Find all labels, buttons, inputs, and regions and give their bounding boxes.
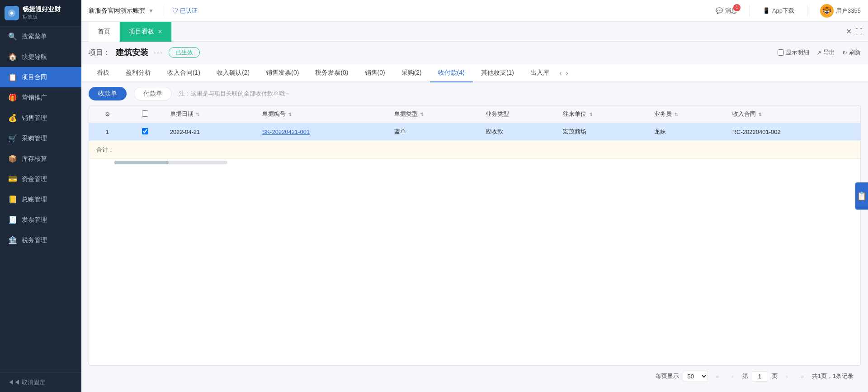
sidebar-item-marketing[interactable]: 🎁 营销推广	[0, 87, 81, 108]
tab-home[interactable]: 首页	[89, 22, 120, 42]
sidebar-item-inventory[interactable]: 📦 库存核算	[0, 148, 81, 169]
inner-tab-note: 注：这里是与项目关联的全部收付款单哦～	[179, 90, 291, 98]
sub-tab-kanban-label: 看板	[97, 69, 109, 76]
sidebar-item-funds[interactable]: 💳 资金管理	[0, 169, 81, 189]
table-total-row: 合计：	[89, 141, 860, 158]
show-detail-checkbox[interactable]	[778, 49, 784, 56]
first-page-button[interactable]: «	[712, 370, 723, 382]
last-page-button[interactable]: »	[797, 370, 808, 382]
sidebar: 畅捷通好业财 标准版 🔍 搜索菜单 🏠 快捷导航 📋 项目合同 🎁 营销推广 💰…	[0, 0, 81, 392]
certified-label: 已认证	[180, 7, 198, 15]
right-panel-toggle[interactable]: 📋	[855, 182, 868, 210]
type-column-header[interactable]: 单据类型 ⇅	[389, 105, 480, 123]
row-date-cell: 2022-04-21	[165, 123, 257, 141]
page-number-input[interactable]	[752, 371, 768, 382]
sub-tab-receipt[interactable]: 收付款(4)	[430, 64, 473, 82]
sidebar-item-project[interactable]: 📋 项目合同	[0, 67, 81, 87]
sub-tab-income-confirm-label: 收入确认(2)	[217, 69, 250, 76]
sub-tab-tax-invoice-label: 税务发票(0)	[315, 69, 348, 76]
horizontal-scrollbar[interactable]	[114, 161, 227, 164]
payment-tab-button[interactable]: 付款单	[134, 87, 172, 100]
export-button[interactable]: ↗ 导出	[816, 48, 835, 57]
row-type: 蓝单	[394, 128, 406, 135]
sub-tab-income-contract[interactable]: 收入合同(1)	[159, 64, 208, 82]
sidebar-unpin-button[interactable]: ◀◀ 取消固定	[0, 373, 81, 392]
sub-tab-tax-invoice[interactable]: 税务发票(0)	[307, 64, 356, 82]
partner-column-header[interactable]: 往来单位 ⇅	[557, 105, 649, 123]
settings-column-header[interactable]: ⚙	[89, 105, 126, 123]
sub-tab-prev-arrow[interactable]: ‹	[557, 68, 564, 78]
sidebar-item-purchase[interactable]: 🛒 采购管理	[0, 128, 81, 148]
project-status-badge: 已生效	[169, 47, 200, 58]
sub-tab-income-confirm[interactable]: 收入确认(2)	[208, 64, 258, 82]
table-row[interactable]: 1 2022-04-21 SK-20220421-001	[89, 123, 860, 141]
salesman-column-header[interactable]: 业务员 ⇅	[649, 105, 727, 123]
app-download-button[interactable]: 📱 App下载	[763, 7, 794, 15]
tab-project-board[interactable]: 项目看板 ✕	[120, 22, 172, 42]
total-pages-label: 共1页，1条记录	[812, 372, 854, 380]
message-button[interactable]: 💬 消息 1	[716, 7, 737, 15]
row-biz-type: 应收款	[486, 128, 503, 135]
number-sort-icon: ⇅	[288, 112, 292, 117]
sidebar-header: 畅捷通好业财 标准版	[0, 0, 81, 26]
show-detail-checkbox-wrap: 显示明细	[778, 48, 809, 57]
sub-tab-purchase[interactable]: 采购(2)	[393, 64, 430, 82]
sub-tabs: 看板 盈利分析 收入合同(1) 收入确认(2) 销售发票(0) 税务发票(0) …	[81, 64, 868, 82]
sub-tab-kanban[interactable]: 看板	[89, 64, 118, 82]
sub-tab-warehouse[interactable]: 出入库	[522, 64, 557, 82]
purchase-icon: 🛒	[8, 134, 17, 143]
date-column-label: 单据日期	[170, 110, 193, 117]
project-more-icon[interactable]: ···	[154, 48, 163, 57]
number-column-label: 单据编号	[262, 110, 286, 117]
row-number-cell: SK-20220421-001	[257, 123, 389, 141]
prev-page-icon: ‹	[731, 373, 733, 380]
sub-tab-next-arrow[interactable]: ›	[564, 68, 570, 78]
sidebar-label-sales: 销售管理	[22, 114, 47, 122]
scrollbar-thumb[interactable]	[114, 161, 169, 164]
user-name: 用户3355	[836, 7, 861, 15]
account-selector[interactable]: 新服务官网演示账套 ▼	[89, 7, 154, 15]
close-window-icon[interactable]: ✕	[846, 27, 852, 36]
sidebar-label-marketing: 营销推广	[22, 94, 47, 102]
sidebar-label-inventory: 库存核算	[22, 155, 47, 163]
total-label: 合计：	[96, 146, 114, 154]
refresh-button[interactable]: ↻ 刷新	[842, 48, 861, 57]
sub-tab-sales-invoice[interactable]: 销售发票(0)	[258, 64, 307, 82]
row-number-link[interactable]: SK-20220421-001	[262, 129, 310, 135]
maximize-window-icon[interactable]: ⛶	[855, 28, 863, 36]
sub-tab-sales[interactable]: 销售(0)	[357, 64, 393, 82]
sidebar-item-sales[interactable]: 💰 销售管理	[0, 108, 81, 128]
user-menu[interactable]: 🐯 用户3355	[820, 4, 861, 18]
sidebar-item-quicknav[interactable]: 🏠 快捷导航	[0, 47, 81, 67]
sidebar-item-invoice[interactable]: 🧾 发票管理	[0, 210, 81, 230]
sidebar-item-tax[interactable]: 🏦 税务管理	[0, 230, 81, 250]
sub-tab-other-income[interactable]: 其他收支(1)	[473, 64, 522, 82]
row-number: 1	[106, 129, 109, 135]
date-column-header[interactable]: 单据日期 ⇅	[165, 105, 257, 123]
sidebar-nav: 🔍 搜索菜单 🏠 快捷导航 📋 项目合同 🎁 营销推广 💰 销售管理 🛒 采购管…	[0, 26, 81, 373]
sidebar-item-ledger[interactable]: 📒 总账管理	[0, 189, 81, 210]
income-contract-column-header[interactable]: 收入合同 ⇅	[727, 105, 860, 123]
sub-tab-profit[interactable]: 盈利分析	[118, 64, 159, 82]
next-page-button[interactable]: ›	[781, 370, 793, 382]
sidebar-label-ledger: 总账管理	[22, 196, 47, 204]
number-column-header[interactable]: 单据编号 ⇅	[257, 105, 389, 123]
row-checkbox[interactable]	[142, 128, 148, 134]
receipt-tab-label: 收款单	[98, 90, 117, 97]
per-page-select[interactable]: 50 100	[683, 371, 708, 382]
topbar-divider-1	[163, 5, 163, 16]
tab-close-icon[interactable]: ✕	[158, 29, 162, 35]
sidebar-item-search[interactable]: 🔍 搜索菜单	[0, 26, 81, 47]
prev-page-button[interactable]: ‹	[727, 370, 739, 382]
topbar-divider-2	[750, 5, 750, 16]
per-page-label: 每页显示	[656, 372, 679, 380]
receipt-tab-button[interactable]: 收款单	[89, 87, 127, 100]
column-settings-icon[interactable]: ⚙	[105, 111, 110, 118]
sub-tab-income-contract-label: 收入合同(1)	[167, 69, 200, 76]
row-biz-type-cell: 应收款	[480, 123, 557, 141]
table-section: ⚙ 单据日期 ⇅ 单据编号 ⇅	[89, 105, 861, 387]
select-all-checkbox[interactable]	[142, 110, 148, 117]
window-controls: ✕ ⛶	[846, 27, 868, 36]
gift-icon: 🎁	[8, 93, 17, 102]
ledger-icon: 📒	[8, 195, 17, 204]
